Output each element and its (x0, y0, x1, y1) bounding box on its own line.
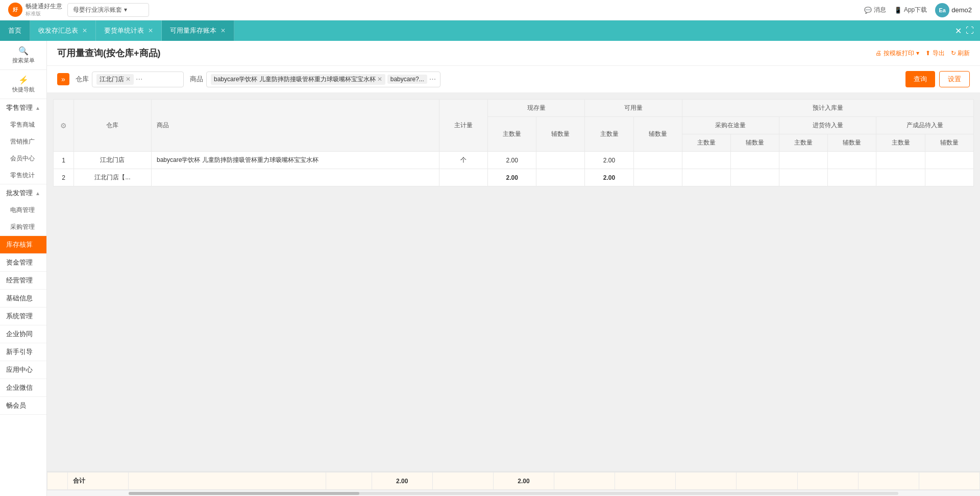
sidebar: 🔍 搜索菜单 ⚡ 快捷导航 零售管理 ▲ 零售商城 营销推广 会员中心 零售统计… (0, 41, 47, 496)
data-table: ⚙ 仓库 商品 主计量 现存量 可用量 预计入库量 主数量 辅数量 主数量 辅数… (53, 99, 974, 186)
tab-inventory-close[interactable]: ✕ (220, 27, 226, 34)
app-download-btn[interactable]: 📱 App下载 (894, 6, 927, 14)
summary-ip-aux (797, 473, 858, 490)
scroll-track[interactable] (129, 492, 898, 495)
cell-pt-main-1 (682, 152, 730, 169)
sidebar-item-wechat[interactable]: 企业微信 (0, 379, 46, 396)
table-subheader-stock-main: 主数量 (488, 117, 536, 152)
maximize-icon[interactable]: ⛶ (966, 26, 974, 35)
cell-index-1: 1 (54, 152, 74, 169)
cell-unit-1: 个 (439, 152, 487, 169)
tab-inventory-label: 可用量库存账本 (170, 26, 216, 35)
table-subheader-pt-aux: 辅数量 (730, 134, 779, 152)
industry-selector[interactable]: 母婴行业演示账套 ▾ (67, 3, 149, 17)
summary-label: 合计 (68, 473, 129, 490)
tab-order-close[interactable]: ✕ (148, 27, 153, 34)
wechat-label: 企业微信 (6, 383, 33, 392)
summary-spacer2 (129, 473, 326, 490)
cell-pp-aux-1 (925, 152, 973, 169)
tab-receive-summary[interactable]: 收发存汇总表 ✕ (30, 20, 96, 41)
close-window-icon[interactable]: ✕ (955, 26, 962, 36)
cell-stock-main-2: 2.00 (488, 169, 536, 186)
sidebar-group-wholesale-header[interactable]: 批发管理 ▲ (0, 184, 46, 202)
sidebar-item-retail-mall[interactable]: 零售商城 (0, 116, 46, 133)
summary-pt-aux (676, 473, 737, 490)
sidebar-item-basic[interactable]: 基础信息 (0, 290, 46, 307)
table-header-current-stock: 现存量 (488, 100, 585, 117)
tab-available-inventory[interactable]: 可用量库存账本 ✕ (162, 20, 234, 41)
table-subheader-avail-main: 主数量 (585, 117, 633, 152)
warehouse-tag-close[interactable]: ✕ (126, 76, 131, 83)
warehouse-tag: 江北门店 ✕ (96, 74, 134, 85)
summary-pt-main (615, 473, 676, 490)
filter-actions: 查询 设置 (905, 71, 970, 87)
sidebar-group-wechat: 企业微信 (0, 379, 46, 397)
bottom-scroll-bar (47, 490, 980, 496)
warehouse-more-icon[interactable]: ··· (136, 75, 142, 84)
print-btn[interactable]: 🖨 按模板打印 ▾ (875, 49, 919, 58)
sidebar-item-operation[interactable]: 经营管理 (0, 272, 46, 289)
table-subheader-ip-main: 主数量 (779, 134, 828, 152)
app-download-label: App下载 (904, 6, 927, 14)
sidebar-item-member-service[interactable]: 畅会员 (0, 397, 46, 414)
product-more-icon[interactable]: ··· (429, 75, 436, 84)
filter-expand-btn[interactable]: » (57, 73, 69, 85)
product-tag2-value: babycare?... (390, 76, 424, 83)
table-wrapper[interactable]: ⚙ 仓库 商品 主计量 现存量 可用量 预计入库量 主数量 辅数量 主数量 辅数… (47, 93, 980, 471)
chevron-down-icon: ▾ (124, 6, 127, 13)
logo-title: 畅捷通好生意 (26, 3, 62, 10)
sidebar-group-basic: 基础信息 (0, 290, 46, 308)
search-icon: 🔍 (18, 46, 29, 56)
sidebar-search-btn[interactable]: 🔍 搜索菜单 (0, 41, 46, 70)
sidebar-item-finance[interactable]: 资金管理 (0, 254, 46, 271)
table-subheader-pp-main: 主数量 (876, 134, 925, 152)
sidebar-group-member-service: 畅会员 (0, 397, 46, 415)
export-btn[interactable]: ⬆ 导出 (925, 49, 945, 58)
table-header-settings[interactable]: ⚙ (54, 100, 74, 152)
message-btn[interactable]: 💬 消息 (864, 6, 886, 14)
newbie-label: 新手引导 (6, 347, 33, 357)
product-tag1-close[interactable]: ✕ (377, 76, 382, 83)
cell-pp-aux-2 (925, 169, 973, 186)
sidebar-item-system[interactable]: 系统管理 (0, 308, 46, 325)
page-title: 可用量查询(按仓库+商品) (57, 47, 161, 65)
tab-receive-close[interactable]: ✕ (82, 27, 87, 34)
cell-product-2 (151, 169, 439, 186)
sidebar-group-retail-header[interactable]: 零售管理 ▲ (0, 99, 46, 116)
print-arrow: ▾ (916, 50, 919, 57)
sidebar-item-purchase[interactable]: 采购管理 (0, 219, 46, 235)
export-label: 导出 (933, 49, 945, 58)
warehouse-input[interactable]: 江北门店 ✕ ··· (92, 72, 184, 87)
avatar: Ea (935, 3, 949, 17)
product-tag1: babycare学饮杯 儿童防摔防撞吸管杯重力球吸嘴杯宝宝水杯 ✕ (211, 74, 385, 85)
table-subheader-incoming-pending: 进货待入量 (779, 117, 876, 134)
refresh-btn[interactable]: ↻ 刷新 (951, 49, 970, 58)
sidebar-item-collab[interactable]: 企业协同 (0, 325, 46, 343)
basic-label: 基础信息 (6, 294, 33, 303)
warehouse-tag-value: 江北门店 (100, 75, 124, 84)
sidebar-item-retail-stats[interactable]: 零售统计 (0, 167, 46, 184)
cell-product-1: babycare学饮杯 儿童防摔防撞吸管杯重力球吸嘴杯宝宝水杯 (151, 152, 439, 169)
sidebar-item-marketing[interactable]: 营销推广 (0, 133, 46, 150)
query-btn[interactable]: 查询 (905, 71, 935, 87)
sidebar-quick-nav-btn[interactable]: ⚡ 快捷导航 (0, 70, 46, 99)
tab-home[interactable]: 首页 (0, 20, 30, 41)
warehouse-filter: 仓库 江北门店 ✕ ··· (76, 72, 184, 87)
setting-btn[interactable]: 设置 (939, 71, 970, 87)
sidebar-item-newbie[interactable]: 新手引导 (0, 343, 46, 361)
summary-ip-main (737, 473, 797, 490)
footer-row: 合计 2.00 2.00 (47, 471, 980, 490)
scroll-thumb[interactable] (129, 492, 359, 495)
sidebar-item-apps[interactable]: 应用中心 (0, 361, 46, 379)
summary-stock-main: 2.00 (372, 473, 432, 490)
cell-avail-aux-2 (633, 169, 682, 186)
sidebar-item-member[interactable]: 会员中心 (0, 150, 46, 167)
product-tag2: babycare?... (387, 75, 427, 84)
tab-order-stats[interactable]: 要货单统计表 ✕ (96, 20, 162, 41)
sidebar-item-ecommerce[interactable]: 电商管理 (0, 202, 46, 219)
user-area[interactable]: Ea demo2 (935, 3, 972, 17)
cell-stock-main-1: 2.00 (488, 152, 536, 169)
page-header: 可用量查询(按仓库+商品) 🖨 按模板打印 ▾ ⬆ 导出 ↻ 刷新 (47, 41, 980, 66)
product-input[interactable]: babycare学饮杯 儿童防摔防撞吸管杯重力球吸嘴杯宝宝水杯 ✕ babyca… (206, 72, 440, 87)
sidebar-item-inventory-active[interactable]: 库存核算 (0, 236, 46, 253)
